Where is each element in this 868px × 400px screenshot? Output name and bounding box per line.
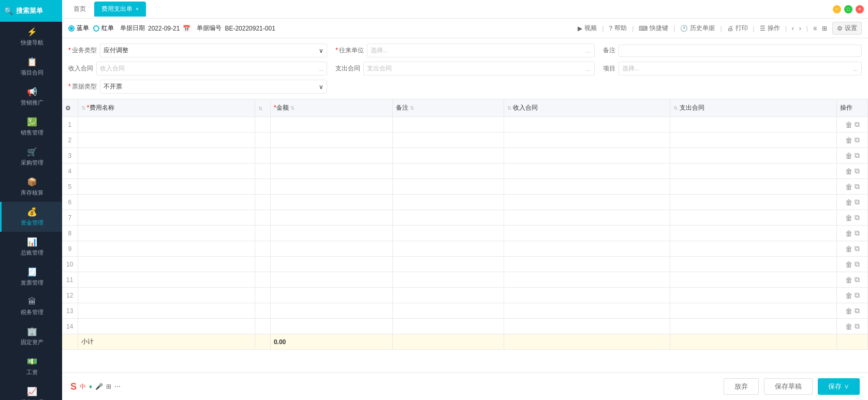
bottom-bar: S 中 ♦ 🎤 ⊞ ⋯ 放弃 保存草稿 保存 ∨ — [62, 373, 868, 400]
copy-icon[interactable]: ⧉ — [855, 136, 860, 144]
shortcuts-label: 快捷键 — [650, 24, 668, 33]
sidebar-item-accounting[interactable]: 📊 总账管理 — [0, 232, 62, 262]
calendar-icon[interactable]: 📅 — [183, 25, 190, 32]
video-label: 视频 — [584, 24, 597, 33]
delete-icon[interactable]: 🗑 — [845, 322, 852, 331]
col-note: 备注 ⇅ — [392, 99, 504, 117]
video-btn[interactable]: ▶ 视频 — [578, 24, 597, 33]
copy-icon[interactable]: ⧉ — [855, 322, 860, 331]
col-sort[interactable]: ⇅ — [255, 99, 270, 117]
delete-icon[interactable]: 🗑 — [845, 245, 852, 253]
grid-view-btn[interactable]: ⊞ — [822, 25, 827, 32]
cell-expense-name[interactable] — [78, 117, 255, 132]
radio-blue[interactable]: 蓝单 — [68, 24, 89, 33]
sidebar-item-inventory[interactable]: 📦 库存核算 — [0, 172, 62, 202]
copy-icon[interactable]: ⧉ — [855, 198, 860, 206]
list-view-btn[interactable]: ≡ — [813, 25, 817, 32]
operations-btn[interactable]: ☰ 操作 — [760, 24, 780, 33]
tab-close-icon[interactable]: × — [136, 6, 139, 12]
delete-icon[interactable]: 🗑 — [845, 229, 852, 238]
business-type-select[interactable]: 应付调整 ∨ — [100, 43, 328, 57]
note-input[interactable] — [619, 45, 862, 57]
cell-note[interactable] — [392, 117, 504, 132]
brand-icon-2: ♦ — [89, 383, 92, 390]
shortcuts-btn[interactable]: ⌨ 快捷键 — [639, 24, 668, 33]
copy-icon[interactable]: ⧉ — [855, 213, 860, 222]
copy-icon[interactable]: ⧉ — [855, 306, 860, 315]
delete-icon[interactable]: 🗑 — [845, 136, 852, 144]
cell-empty — [255, 117, 270, 132]
discard-button[interactable]: 放弃 — [724, 378, 759, 395]
copy-icon[interactable]: ⧉ — [855, 275, 860, 284]
copy-icon[interactable]: ⧉ — [855, 120, 860, 129]
print-btn[interactable]: 🖨 打印 — [727, 24, 748, 33]
delete-icon[interactable]: 🗑 — [845, 121, 852, 129]
brand-icon-4: ⊞ — [106, 383, 111, 390]
nav-left-btn[interactable]: ‹ — [792, 25, 794, 32]
income-contract-select[interactable]: 收入合同 ... — [96, 62, 327, 76]
history-btn[interactable]: 🕐 历史单据 — [680, 24, 715, 33]
sidebar-item-project-contract[interactable]: 📋 项目合同 — [0, 52, 62, 82]
invoice-type-select[interactable]: 不开票 ∨ — [100, 80, 328, 94]
delete-icon[interactable]: 🗑 — [845, 307, 852, 315]
maximize-button[interactable]: □ — [844, 5, 852, 13]
table-row: 8🗑⧉ — [62, 226, 868, 241]
delete-icon[interactable]: 🗑 — [845, 214, 852, 222]
copy-icon[interactable]: ⧉ — [855, 229, 860, 238]
divider3: | — [673, 25, 675, 32]
delete-icon[interactable]: 🗑 — [845, 260, 852, 269]
minimize-button[interactable]: − — [833, 5, 841, 13]
sidebar-item-quick-nav[interactable]: ⚡ 快捷导航 — [0, 22, 62, 52]
expense-contract-select[interactable]: 支出合同 ... — [363, 62, 594, 76]
cell-expense-contract[interactable] — [670, 117, 837, 132]
delete-icon[interactable]: 🗑 — [845, 291, 852, 300]
delete-icon[interactable]: 🗑 — [845, 276, 852, 284]
col-settings[interactable]: ⚙ — [62, 99, 78, 117]
search-menu[interactable]: 🔍 搜索菜单 — [0, 0, 62, 22]
nav-right-btn[interactable]: › — [799, 25, 801, 32]
sidebar-item-fixed-assets[interactable]: 🏢 固定资产 — [0, 321, 62, 351]
delete-icon[interactable]: 🗑 — [845, 198, 852, 206]
sidebar-item-ops[interactable]: 📈 经营管理 — [0, 381, 62, 400]
save-draft-button[interactable]: 保存草稿 — [764, 378, 813, 395]
copy-icon[interactable]: ⧉ — [855, 244, 860, 253]
save-button[interactable]: 保存 ∨ — [818, 378, 860, 395]
delete-icon[interactable]: 🗑 — [845, 152, 852, 160]
divider2: | — [632, 25, 634, 32]
expense-table-container: ⚙ ⇅ *费用名称 ⇅ *金额 ⇅ 备注 ⇅ ⇅ 收入合同 ⇅ 支出合同 操作 … — [62, 99, 868, 373]
copy-icon[interactable]: ⧉ — [855, 291, 860, 300]
tab-expense[interactable]: 费用支出单 × — [94, 2, 146, 17]
cell-income-contract[interactable] — [504, 117, 670, 132]
invoice-icon: 🧾 — [27, 267, 37, 277]
capital-icon: 💰 — [27, 207, 37, 217]
copy-icon[interactable]: ⧉ — [855, 260, 860, 269]
sidebar-item-tax[interactable]: 🏛 税务管理 — [0, 292, 62, 321]
help-btn[interactable]: ? 帮助 — [609, 24, 627, 33]
table-header: ⚙ ⇅ *费用名称 ⇅ *金额 ⇅ 备注 ⇅ ⇅ 收入合同 ⇅ 支出合同 操作 — [62, 99, 868, 117]
delete-icon[interactable]: 🗑 — [845, 183, 852, 191]
operations-label: 操作 — [768, 24, 780, 33]
cell-expense-name[interactable] — [78, 132, 255, 148]
sidebar-item-sales[interactable]: 💹 销售管理 — [0, 112, 62, 142]
sidebar-item-purchase[interactable]: 🛒 采购管理 — [0, 142, 62, 172]
cell-amount[interactable] — [270, 117, 392, 132]
cell-amount[interactable] — [270, 132, 392, 148]
settings-button[interactable]: ⚙ 设置 — [832, 22, 862, 35]
copy-icon[interactable]: ⧉ — [855, 182, 860, 191]
col-income-contract: ⇅ 收入合同 — [504, 99, 670, 117]
sidebar-item-capital[interactable]: 💰 资金管理 — [0, 202, 62, 232]
nav-right-icon: › — [799, 25, 801, 32]
shortcuts-icon: ⌨ — [639, 25, 648, 32]
sidebar-item-invoice[interactable]: 🧾 发票管理 — [0, 262, 62, 292]
date-value[interactable]: 2022-09-21 — [148, 25, 180, 32]
tab-home[interactable]: 首页 — [66, 2, 93, 17]
project-select[interactable]: 选择... ... — [619, 62, 862, 76]
copy-icon[interactable]: ⧉ — [855, 151, 860, 160]
partner-select[interactable]: 选择... ... — [367, 43, 595, 57]
radio-red[interactable]: 红单 — [93, 24, 114, 33]
close-button[interactable]: × — [856, 5, 864, 13]
copy-icon[interactable]: ⧉ — [855, 167, 860, 175]
sidebar-item-marketing[interactable]: 📢 营销推广 — [0, 82, 62, 112]
delete-icon[interactable]: 🗑 — [845, 167, 852, 175]
sidebar-item-salary[interactable]: 💵 工资 — [0, 351, 62, 381]
